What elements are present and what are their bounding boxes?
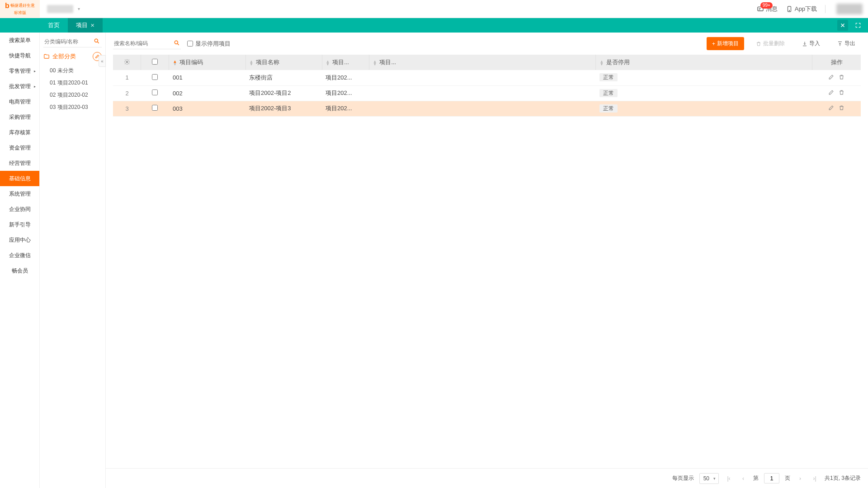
sort-icon: ▲▼: [173, 60, 177, 66]
sidebar-item[interactable]: 基础信息: [0, 171, 39, 186]
sidebar-item[interactable]: 企业协同: [0, 202, 39, 217]
sidebar-item[interactable]: 畅会员: [0, 263, 39, 278]
category-search-input[interactable]: [43, 36, 102, 47]
messages-button[interactable]: 99+ 消息: [757, 5, 778, 13]
caret-right-icon: ▸: [34, 84, 36, 89]
cell-status: 正常: [596, 70, 812, 85]
sidebar-item-label: 系统管理: [9, 190, 31, 198]
select-all-checkbox[interactable]: [152, 59, 158, 65]
add-project-button[interactable]: + 新增项目: [707, 37, 744, 50]
toolbar: 显示停用项目 + 新增项目 批量删除 导入: [106, 33, 868, 55]
category-node[interactable]: 03 项目2020-03: [48, 101, 105, 113]
chevron-down-icon: ▾: [78, 6, 80, 11]
row-checkbox-cell: [141, 101, 169, 116]
sidebar-item[interactable]: 搜索菜单: [0, 33, 39, 48]
next-page-button[interactable]: ›: [796, 474, 805, 483]
column-checkbox[interactable]: [141, 55, 169, 70]
fullscreen-button[interactable]: [853, 20, 863, 31]
sidebar-item[interactable]: 采购管理: [0, 109, 39, 125]
row-checkbox[interactable]: [152, 74, 158, 80]
close-all-tabs-button[interactable]: [837, 20, 848, 31]
last-page-button[interactable]: ›|: [810, 474, 819, 483]
category-root[interactable]: 全部分类: [40, 49, 105, 64]
tab-home[interactable]: 首页: [40, 18, 68, 33]
column-status[interactable]: ▲▼ 是否停用: [596, 55, 812, 70]
brand-logo[interactable]: b 畅捷通好生意 标准版: [0, 0, 40, 18]
tab-bar: 首页 项目 ✕: [0, 18, 868, 33]
sidebar-item[interactable]: 应用中心: [0, 232, 39, 248]
edit-row-button[interactable]: [828, 105, 834, 111]
category-node[interactable]: 02 项目2020-02: [48, 89, 105, 101]
prev-page-button[interactable]: ‹: [739, 474, 748, 483]
collapse-panel-button[interactable]: «: [99, 55, 106, 67]
per-page-select[interactable]: 50 ▾: [699, 473, 719, 484]
show-disabled-checkbox[interactable]: [187, 41, 193, 47]
cell-c2: [369, 85, 596, 101]
table-row[interactable]: 2002项目2002-项目2项目202...正常: [113, 85, 861, 101]
sidebar-item[interactable]: 系统管理: [0, 186, 39, 202]
close-icon[interactable]: ✕: [90, 23, 94, 28]
add-project-label: 新增项目: [717, 40, 739, 47]
messages-badge: 99+: [760, 2, 773, 9]
sidebar-item[interactable]: 经营管理: [0, 155, 39, 171]
sidebar-item-label: 经营管理: [9, 160, 31, 167]
delete-row-button[interactable]: [839, 89, 844, 95]
sidebar-item[interactable]: 批发管理▸: [0, 79, 39, 94]
sidebar-item[interactable]: 电商管理: [0, 94, 39, 109]
sort-icon: ▲▼: [599, 60, 604, 66]
sort-icon: ▲▼: [326, 60, 330, 66]
page-prefix: 第: [753, 474, 759, 482]
cell-actions: [812, 85, 861, 101]
user-avatar[interactable]: [836, 4, 863, 14]
page-input[interactable]: [764, 473, 779, 483]
search-icon[interactable]: [94, 38, 100, 44]
brand-tagline: 畅捷通好生意: [10, 3, 35, 9]
main-search-input[interactable]: [113, 38, 181, 49]
brand-edition: 标准版: [14, 10, 26, 16]
row-checkbox[interactable]: [152, 105, 158, 111]
sidebar-item[interactable]: 新手引导: [0, 217, 39, 232]
cell-status: 正常: [596, 101, 812, 116]
table-row[interactable]: 3003项目2002-项目3项目202...正常: [113, 101, 861, 116]
category-node[interactable]: 01 项目2020-01: [48, 77, 105, 89]
sidebar-item[interactable]: 资金管理: [0, 140, 39, 155]
edit-row-button[interactable]: [828, 89, 834, 95]
sidebar-item[interactable]: 零售管理▸: [0, 63, 39, 79]
sidebar-item[interactable]: 库存核算: [0, 125, 39, 140]
page-suffix: 页: [785, 474, 790, 482]
top-header: b 畅捷通好生意 标准版 ▾ 99+ 消息 App下载: [0, 0, 868, 18]
left-sidebar: 搜索菜单快捷导航零售管理▸批发管理▸电商管理采购管理库存核算资金管理经营管理基础…: [0, 33, 40, 488]
import-button[interactable]: 导入: [797, 37, 826, 50]
batch-delete-label: 批量删除: [763, 40, 785, 47]
column-code[interactable]: ▲▼ 项目编码: [169, 55, 245, 70]
app-download-button[interactable]: App下载: [786, 5, 817, 13]
column-truncated-2[interactable]: ▲▼ 项目...: [369, 55, 596, 70]
row-checkbox[interactable]: [152, 89, 158, 95]
table-row[interactable]: 1001东楼街店项目202...正常: [113, 70, 861, 85]
delete-row-button[interactable]: [839, 105, 844, 111]
plus-icon: +: [712, 41, 715, 47]
column-truncated-1[interactable]: ▲▼ 项目...: [322, 55, 369, 70]
tab-project[interactable]: 项目 ✕: [68, 18, 103, 33]
column-settings[interactable]: [113, 55, 141, 70]
cell-code: 003: [169, 101, 245, 116]
sidebar-item[interactable]: 企业微信: [0, 248, 39, 263]
trash-icon: [756, 41, 761, 47]
org-selector[interactable]: ▾: [47, 5, 80, 13]
edit-icon: [828, 89, 834, 95]
trash-icon: [839, 89, 844, 95]
search-icon[interactable]: [174, 40, 180, 46]
edit-row-button[interactable]: [828, 74, 834, 80]
export-button[interactable]: 导出: [832, 37, 861, 50]
batch-delete-button[interactable]: 批量删除: [750, 37, 790, 50]
delete-row-button[interactable]: [839, 74, 844, 80]
tab-project-label: 项目: [76, 21, 88, 29]
sidebar-item[interactable]: 快捷导航: [0, 48, 39, 63]
category-node[interactable]: 00 未分类: [48, 65, 105, 77]
main-content: 显示停用项目 + 新增项目 批量删除 导入: [106, 33, 868, 488]
cell-status: 正常: [596, 85, 812, 101]
status-badge: 正常: [599, 73, 618, 81]
first-page-button[interactable]: |‹: [724, 474, 733, 483]
column-name[interactable]: ▲▼ 项目名称: [245, 55, 322, 70]
show-disabled-toggle[interactable]: 显示停用项目: [187, 40, 231, 48]
